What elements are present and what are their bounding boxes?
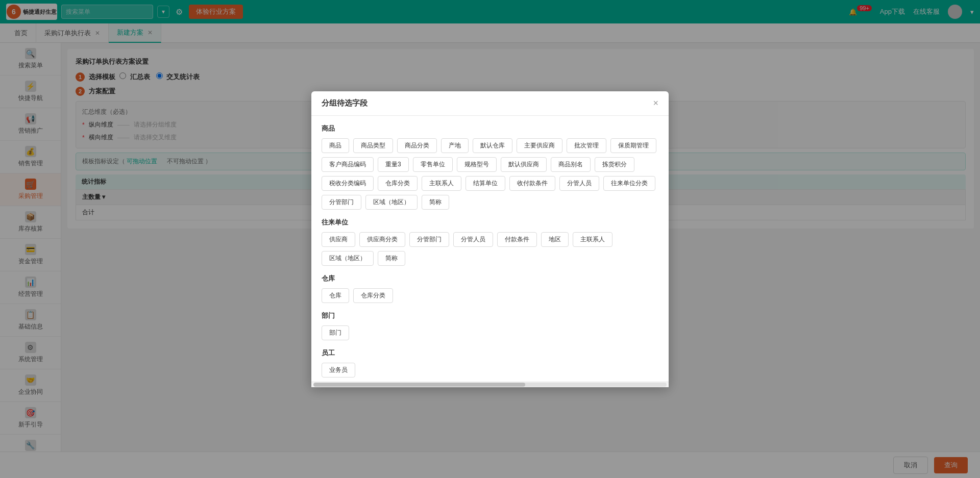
field-tag-0-12[interactable]: 默认供应商 (501, 157, 547, 172)
section-label-3: 部门 (322, 311, 658, 320)
field-tag-0-8[interactable]: 客户商品编码 (322, 157, 374, 172)
field-section-3: 部门部门 (322, 311, 658, 340)
field-tag-1-3[interactable]: 分管人员 (453, 232, 493, 247)
modal-title: 分组待选字段 (322, 98, 368, 108)
modal-close-button[interactable]: × (653, 98, 658, 108)
scrollbar-thumb (313, 383, 525, 387)
field-tag-0-21[interactable]: 往来单位分类 (603, 176, 655, 191)
field-tag-1-5[interactable]: 地区 (541, 232, 569, 247)
field-tag-0-19[interactable]: 收付款条件 (509, 176, 555, 191)
field-select-modal: 分组待选字段 × 商品商品商品类型商品分类产地默认仓库主要供应商批次管理保质期管… (311, 91, 669, 387)
field-tag-1-7[interactable]: 区域（地区） (322, 251, 374, 266)
section-label-1: 往来单位 (322, 218, 658, 227)
field-tags-4: 业务员 (322, 363, 658, 378)
field-tag-1-6[interactable]: 主联系人 (573, 232, 612, 247)
field-tags-0: 商品商品类型商品分类产地默认仓库主要供应商批次管理保质期管理客户商品编码重量3零… (322, 138, 658, 210)
field-tags-1: 供应商供应商分类分管部门分管人员付款条件地区主联系人区域（地区）简称 (322, 232, 658, 266)
field-tags-3: 部门 (322, 325, 658, 340)
field-tag-0-9[interactable]: 重量3 (378, 157, 409, 172)
field-tag-0-4[interactable]: 默认仓库 (473, 138, 512, 153)
section-label-4: 员工 (322, 348, 658, 358)
field-tag-0-20[interactable]: 分管人员 (559, 176, 599, 191)
field-tag-0-3[interactable]: 产地 (441, 138, 469, 153)
field-tag-0-6[interactable]: 批次管理 (567, 138, 606, 153)
field-section-4: 员工业务员 (322, 348, 658, 378)
field-tag-0-23[interactable]: 区域（地区） (365, 195, 418, 210)
field-tags-2: 仓库仓库分类 (322, 288, 658, 303)
field-tag-2-1[interactable]: 仓库分类 (353, 288, 393, 303)
field-tag-1-4[interactable]: 付款条件 (497, 232, 537, 247)
field-section-1: 往来单位供应商供应商分类分管部门分管人员付款条件地区主联系人区域（地区）简称 (322, 218, 658, 266)
field-tag-1-0[interactable]: 供应商 (322, 232, 355, 247)
field-tag-0-11[interactable]: 规格型号 (457, 157, 497, 172)
field-tag-0-14[interactable]: 拣货积分 (595, 157, 634, 172)
field-tag-0-7[interactable]: 保质期管理 (610, 138, 656, 153)
field-tag-0-2[interactable]: 商品分类 (397, 138, 437, 153)
scrollbar-track (313, 383, 667, 387)
field-tag-0-17[interactable]: 主联系人 (422, 176, 461, 191)
field-section-2: 仓库仓库仓库分类 (322, 274, 658, 303)
field-tag-3-0[interactable]: 部门 (322, 325, 349, 340)
field-tag-1-1[interactable]: 供应商分类 (359, 232, 405, 247)
field-tag-0-0[interactable]: 商品 (322, 138, 349, 153)
field-tag-0-18[interactable]: 结算单位 (465, 176, 505, 191)
field-tag-0-24[interactable]: 简称 (422, 195, 449, 210)
field-tag-0-22[interactable]: 分管部门 (322, 195, 361, 210)
field-tag-2-0[interactable]: 仓库 (322, 288, 349, 303)
field-tag-0-10[interactable]: 零售单位 (413, 157, 453, 172)
section-label-0: 商品 (322, 124, 658, 133)
field-tag-1-8[interactable]: 简称 (378, 251, 405, 266)
horizontal-scrollbar[interactable] (311, 382, 669, 387)
field-tag-0-15[interactable]: 税收分类编码 (322, 176, 374, 191)
field-tag-1-2[interactable]: 分管部门 (409, 232, 449, 247)
field-tag-4-0[interactable]: 业务员 (322, 363, 355, 378)
field-tag-0-1[interactable]: 商品类型 (353, 138, 393, 153)
field-tag-0-5[interactable]: 主要供应商 (517, 138, 562, 153)
field-tag-0-16[interactable]: 仓库分类 (378, 176, 418, 191)
section-label-2: 仓库 (322, 274, 658, 283)
field-tag-0-13[interactable]: 商品别名 (551, 157, 591, 172)
modal-body: 商品商品商品类型商品分类产地默认仓库主要供应商批次管理保质期管理客户商品编码重量… (311, 116, 669, 382)
field-section-0: 商品商品商品类型商品分类产地默认仓库主要供应商批次管理保质期管理客户商品编码重量… (322, 124, 658, 210)
modal-header: 分组待选字段 × (311, 91, 669, 116)
